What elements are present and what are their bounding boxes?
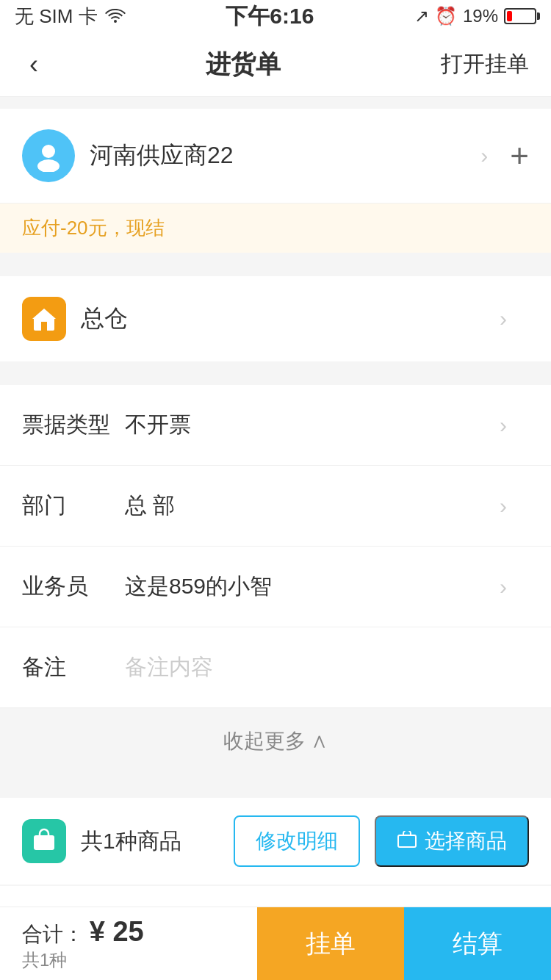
- location-icon: ↗: [414, 6, 429, 26]
- bottom-bar: 合计： ¥ 25 共1种 挂单 结算: [0, 907, 551, 980]
- remark-label: 备注: [22, 652, 110, 682]
- edit-detail-button[interactable]: 修改明细: [234, 815, 360, 867]
- svg-marker-3: [32, 309, 56, 319]
- warehouse-name: 总仓: [81, 303, 500, 335]
- supplier-row[interactable]: 河南供应商22 › +: [0, 109, 551, 203]
- wifi-icon: [105, 5, 126, 28]
- status-left: 无 SIM 卡: [15, 4, 126, 29]
- select-product-label: 选择商品: [425, 827, 507, 855]
- svg-point-1: [37, 159, 60, 172]
- supplier-section: 河南供应商22 › + 应付-20元，现结: [0, 109, 551, 253]
- divider-1: [0, 97, 551, 109]
- svg-rect-5: [34, 835, 54, 850]
- battery-percent: 19%: [463, 6, 498, 26]
- ticket-chevron-icon: ›: [500, 413, 507, 438]
- form-section: 票据类型 不开票 › 部门 总 部 › 业务员 这是859的小智 › 备注 备注…: [0, 385, 551, 707]
- warehouse-chevron-icon: ›: [500, 306, 507, 331]
- total-section: 合计： ¥ 25 共1种: [0, 907, 257, 980]
- nav-bar: ‹ 进货单 打开挂单: [0, 32, 551, 97]
- warehouse-icon: [22, 297, 66, 341]
- dept-label: 部门: [22, 491, 110, 521]
- svg-rect-6: [398, 835, 416, 847]
- divider-4: [0, 774, 551, 786]
- back-button[interactable]: ‹: [22, 42, 46, 87]
- salesman-label: 业务员: [22, 572, 110, 602]
- divider-3: [0, 361, 551, 373]
- product-count-label: 共1种商品: [81, 826, 219, 857]
- supplier-avatar: [22, 129, 75, 182]
- ticket-type-value: 不开票: [110, 410, 500, 440]
- alarm-icon: ⏰: [435, 6, 457, 26]
- status-bar: 无 SIM 卡 下午6:16 ↗ ⏰ 19%: [0, 0, 551, 32]
- collapse-bar[interactable]: 收起更多 ∧: [0, 707, 551, 774]
- divider-2: [0, 253, 551, 264]
- total-count: 共1种: [22, 948, 235, 972]
- add-icon[interactable]: +: [510, 137, 529, 174]
- warehouse-section: 总仓 ›: [0, 276, 551, 361]
- select-product-button[interactable]: 选择商品: [375, 815, 529, 867]
- svg-point-0: [42, 145, 55, 158]
- battery-icon: [504, 8, 536, 24]
- status-right: ↗ ⏰ 19%: [414, 6, 536, 26]
- hang-button[interactable]: 挂单: [257, 907, 404, 980]
- notice-bar: 应付-20元，现结: [0, 203, 551, 253]
- status-time: 下午6:16: [226, 1, 314, 32]
- svg-rect-4: [41, 322, 47, 331]
- remark-row[interactable]: 备注 备注内容: [0, 627, 551, 707]
- supplier-name: 河南供应商22: [90, 140, 480, 172]
- total-label: 合计：: [22, 923, 84, 945]
- page-title: 进货单: [206, 48, 281, 82]
- product-count-icon: [22, 819, 66, 863]
- salesman-row[interactable]: 业务员 这是859的小智 ›: [0, 547, 551, 627]
- open-hang-button[interactable]: 打开挂单: [441, 49, 529, 79]
- ticket-type-row[interactable]: 票据类型 不开票 ›: [0, 385, 551, 466]
- dept-value: 总 部: [110, 491, 500, 521]
- checkout-button[interactable]: 结算: [404, 907, 551, 980]
- total-amount: ¥ 25: [90, 916, 144, 947]
- salesman-chevron-icon: ›: [500, 574, 507, 599]
- dept-chevron-icon: ›: [500, 494, 507, 519]
- products-header: 共1种商品 修改明细 选择商品: [0, 798, 551, 884]
- carrier-label: 无 SIM 卡: [15, 4, 98, 29]
- salesman-value: 这是859的小智: [110, 572, 500, 602]
- supplier-chevron-icon: ›: [480, 143, 488, 168]
- remark-input[interactable]: 备注内容: [110, 652, 529, 682]
- warehouse-row[interactable]: 总仓 ›: [0, 276, 551, 361]
- dept-row[interactable]: 部门 总 部 ›: [0, 466, 551, 547]
- ticket-type-label: 票据类型: [22, 410, 110, 440]
